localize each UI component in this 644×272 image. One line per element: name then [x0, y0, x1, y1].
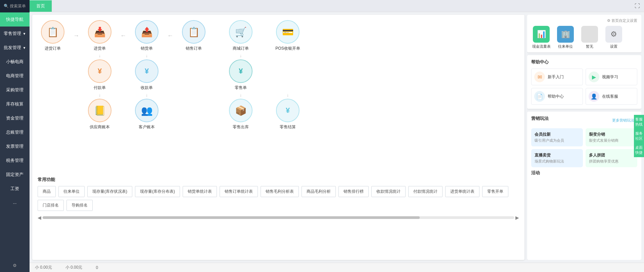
quick-access-panel: ⚙ 首页自定义设置 📊现金流量表🏢往来单位暂无⚙设置 — [527, 15, 641, 52]
sidebar-item-retail-mgmt[interactable]: 零售管理 ▼ — [0, 27, 30, 41]
marketing-card-sub-fission: 裂变式发展分销商 — [589, 138, 634, 143]
sidebar-item-fixed-assets[interactable]: 固定资产 — [0, 168, 30, 182]
node-supplier-book[interactable]: 📒 供应商账本 — [85, 99, 115, 130]
func-btn-10[interactable]: 付款情况统计 — [408, 186, 443, 197]
node-retail-settlement[interactable]: ¥ 零售结算 — [273, 99, 303, 130]
func-btn-5[interactable]: 销售订单统计表 — [220, 186, 258, 197]
expand-button[interactable]: ⛶ — [631, 0, 644, 12]
marketing-card-group[interactable]: 多人拼团拼团购物享受优惠 — [586, 149, 637, 167]
qa-item-settings[interactable]: ⚙设置 — [604, 26, 624, 49]
mall-order-icon: 🛒 — [229, 20, 252, 44]
sidebar-arrow-retail-mgmt: ▼ — [22, 32, 26, 36]
homepage-settings-link[interactable]: ⚙ 首页自定义设置 — [607, 18, 637, 23]
node-customer-book[interactable]: 👥 客户账本 — [132, 99, 162, 130]
help-item-online-service[interactable]: 👤在线客服 — [586, 88, 637, 105]
sidebar-item-ecommerce-mgmt[interactable]: 电商管理 — [0, 69, 30, 83]
node-purchase-slip[interactable]: 📥 进货单 — [85, 20, 115, 51]
tab-home[interactable]: 首页 — [30, 0, 52, 12]
func-btn-11[interactable]: 进货单统计表 — [445, 186, 479, 197]
func-btn-0[interactable]: 商品 — [38, 186, 56, 197]
node-payment-slip[interactable]: ¥ 付款单 — [85, 59, 115, 91]
supplier-book-label: 供应商账本 — [90, 124, 110, 130]
node-sales-slip[interactable]: 📤 销货单 — [132, 20, 162, 51]
func-btn-12[interactable]: 零售开单 — [482, 186, 508, 197]
sidebar-item-payroll[interactable]: 工资 — [0, 182, 30, 196]
help-item-video[interactable]: ▶视频学习 — [586, 69, 637, 85]
sidebar-item-invoice-mgmt[interactable]: 发票管理 — [0, 139, 30, 153]
func-btn-7[interactable]: 商品毛利分析 — [302, 186, 336, 197]
marketing-card-live[interactable]: 直播卖货场景式购物新玩法 — [531, 149, 583, 167]
status-item-1: 小 0.00元 — [65, 265, 83, 270]
sidebar-item-purchase-mgmt[interactable]: 采购管理 — [0, 83, 30, 97]
help-item-beginner[interactable]: ✉新手入门 — [531, 69, 583, 85]
marketing-card-title-group: 多人拼团 — [589, 152, 634, 158]
marketing-title: 营销玩法 — [531, 116, 549, 122]
marketing-card-member[interactable]: 会员拉新吸引用户成为会员 — [531, 128, 583, 146]
func-btn-6[interactable]: 销售毛利分析表 — [261, 186, 299, 197]
sidebar-item-tax-mgmt[interactable]: 税务管理 — [0, 153, 30, 168]
node-pos[interactable]: 💳 POS收银开单 — [273, 20, 303, 51]
func-btn-13[interactable]: 门店排名 — [38, 200, 64, 211]
settings-icon: ⚙ — [13, 263, 17, 268]
float-btn-service[interactable]: 客服热线 — [634, 115, 644, 129]
help-text-beginner: 新手入门 — [548, 74, 564, 80]
node-sales-order[interactable]: 📋 销售订单 — [179, 20, 209, 51]
qa-item-cash-flow[interactable]: 📊现金流量表 — [531, 26, 551, 49]
node-retail-warehouse[interactable]: 📦 零售出库 — [226, 99, 256, 130]
func-btn-8[interactable]: 销售排行榜 — [338, 186, 369, 197]
func-btn-14[interactable]: 导购排名 — [66, 200, 93, 211]
qa-label-none: 暂无 — [586, 44, 593, 49]
payment-slip-label: 付款单 — [94, 85, 106, 91]
scroll-left-arrow[interactable]: ◀ — [38, 215, 41, 220]
func-btn-4[interactable]: 销货单统计表 — [183, 186, 217, 197]
marketing-section: 营销玩法 更多营销玩法 > 会员拉新吸引用户成为会员裂变分销裂变式发展分销商直播… — [527, 111, 641, 260]
float-btn-community[interactable]: 服务社区 — [634, 129, 644, 143]
node-retail-slip[interactable]: ¥ 零售单 — [226, 59, 256, 91]
marketing-more-link[interactable]: 更多营销玩法 > — [612, 118, 637, 123]
help-center: 帮助中心 ✉新手入门▶视频学习📄帮助中心👤在线客服 — [527, 55, 641, 109]
sidebar-item-xiaochangec[interactable]: 小畅电商 — [0, 55, 30, 69]
help-text-help: 帮助中心 — [548, 94, 564, 99]
sidebar-item-general-ledger[interactable]: 总账管理 — [0, 125, 30, 139]
qa-label-cash-flow: 现金流量表 — [532, 44, 551, 49]
sidebar-item-inventory[interactable]: 库存核算 — [0, 97, 30, 111]
marketing-card-sub-group: 拼团购物享受优惠 — [589, 159, 634, 164]
qa-item-contacts[interactable]: 🏢往来单位 — [555, 26, 576, 49]
sidebar-item-quick-nav[interactable]: 快捷导航 — [0, 12, 30, 27]
marketing-card-sub-live: 场景式购物新玩法 — [535, 159, 580, 164]
main-area: 首页 ⛶ 📋 进货订单 → — [30, 0, 644, 272]
float-btn-desktop[interactable]: 桌面快捷 — [634, 143, 644, 157]
sidebar-settings[interactable]: ⚙ — [0, 259, 30, 272]
sidebar-item-wholesale-mgmt[interactable]: 批发管理 ▼ — [0, 41, 30, 55]
func-btn-3[interactable]: 现存量(库存分布表) — [135, 186, 180, 197]
func-btn-2[interactable]: 现存量(库存状况表) — [87, 186, 132, 197]
quick-access-header: ⚙ 首页自定义设置 — [531, 18, 637, 23]
marketing-card-sub-member: 吸引用户成为会员 — [535, 138, 580, 143]
sidebar-item-finance-mgmt[interactable]: 资金管理 — [0, 111, 30, 125]
node-receipt-slip[interactable]: ¥ 收款单 — [132, 59, 162, 91]
purchase-slip-label: 进货单 — [94, 46, 106, 51]
tab-bar: 首页 ⛶ — [30, 0, 644, 12]
marketing-grid: 会员拉新吸引用户成为会员裂变分销裂变式发展分销商直播卖货场景式购物新玩法多人拼团… — [531, 128, 637, 167]
func-btn-1[interactable]: 往来单位 — [58, 186, 85, 197]
search-menu-label: 搜索菜单 — [10, 4, 26, 8]
sidebar-item-more-hidden[interactable]: ... — [0, 196, 30, 209]
help-item-help[interactable]: 📄帮助中心 — [531, 88, 583, 105]
help-icon-help: 📄 — [534, 91, 545, 102]
marketing-card-fission[interactable]: 裂变分销裂变式发展分销商 — [586, 128, 637, 146]
scroll-right-arrow[interactable]: ▶ — [515, 215, 519, 220]
qa-item-none[interactable]: 暂无 — [580, 26, 600, 49]
func-btn-9[interactable]: 收款情况统计 — [371, 186, 406, 197]
scroll-track[interactable] — [43, 216, 514, 219]
node-purchase-order[interactable]: 📋 进货订单 — [38, 20, 68, 51]
sales-slip-icon: 📤 — [135, 20, 158, 44]
scrollbar[interactable]: ◀ ▶ — [38, 215, 519, 220]
node-mall-order[interactable]: 🛒 商城订单 — [226, 20, 256, 51]
activity-title: 活动 — [531, 170, 637, 176]
receipt-slip-icon: ¥ — [135, 59, 158, 83]
search-menu-button[interactable]: 🔍 搜索菜单 — [0, 0, 30, 12]
help-text-online-service: 在线客服 — [602, 94, 618, 99]
sales-slip-label: 销货单 — [141, 46, 153, 51]
purchase-slip-icon: 📥 — [88, 20, 111, 44]
status-bar: 小 0.00元小 0.00元0 — [30, 263, 644, 272]
